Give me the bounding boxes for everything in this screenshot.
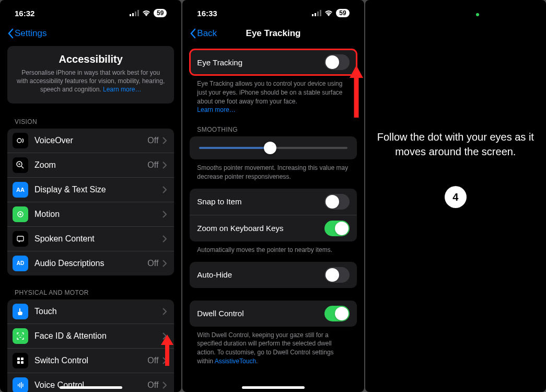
svg-point-4 xyxy=(17,139,21,143)
chevron-right-icon xyxy=(162,332,167,340)
page-title: Accessibility xyxy=(16,53,166,65)
chevron-right-icon xyxy=(162,235,167,243)
learn-more-link[interactable]: Learn more… xyxy=(197,106,235,113)
dwell-list: Dwell Control xyxy=(190,301,356,327)
status-time: 16:33 xyxy=(197,9,217,18)
chevron-right-icon xyxy=(162,357,167,364)
svg-rect-29 xyxy=(320,10,321,16)
spoken-content-icon xyxy=(13,231,28,247)
svg-rect-15 xyxy=(21,358,24,360)
chevron-right-icon xyxy=(162,260,167,267)
row-label: Audio Descriptions xyxy=(34,259,147,268)
cellular-icon xyxy=(312,10,321,16)
row-zoom-keyboard[interactable]: Zoom on Keyboard Keys xyxy=(190,215,356,241)
row-motion[interactable]: Motion xyxy=(7,202,174,226)
status-bar: 16:33 59 xyxy=(182,0,364,23)
chevron-right-icon xyxy=(162,162,167,169)
row-label: Display & Text Size xyxy=(34,185,162,194)
svg-rect-26 xyxy=(312,14,313,16)
eye-tracking-description: Eye Tracking allows you to control your … xyxy=(190,78,356,122)
phone-screenshot-3: Follow the dot with your eyes as it move… xyxy=(365,0,546,392)
row-faceid-attention[interactable]: Face ID & Attention xyxy=(7,324,174,348)
svg-rect-17 xyxy=(21,361,24,364)
row-label: Zoom xyxy=(34,160,147,170)
chevron-right-icon xyxy=(162,211,167,218)
home-indicator[interactable] xyxy=(60,386,122,389)
svg-rect-0 xyxy=(130,14,131,16)
calibration-counter: 4 xyxy=(445,186,467,208)
eye-tracking-toggle[interactable] xyxy=(324,54,350,70)
row-label: Touch xyxy=(34,307,162,316)
autohide-list: Auto-Hide xyxy=(190,262,356,288)
motion-icon xyxy=(13,206,28,222)
row-label: VoiceOver xyxy=(34,136,147,145)
svg-rect-14 xyxy=(17,358,20,360)
svg-rect-18 xyxy=(18,384,19,386)
autohide-toggle[interactable] xyxy=(324,267,350,283)
nav-title: Eye Tracking xyxy=(246,28,301,39)
row-snap-to-item[interactable]: Snap to Item xyxy=(190,189,356,215)
svg-point-12 xyxy=(19,335,20,336)
switch-control-icon xyxy=(13,353,28,368)
row-value: Off xyxy=(147,381,158,390)
cellular-icon xyxy=(130,10,139,16)
row-touch[interactable]: Touch xyxy=(7,299,174,324)
row-auto-hide[interactable]: Auto-Hide xyxy=(190,262,356,288)
chevron-right-icon xyxy=(162,382,167,389)
row-label: Switch Control xyxy=(34,356,147,365)
vision-list: VoiceOver Off Zoom Off AA Display & Text… xyxy=(7,129,174,275)
section-header-vision: VISION xyxy=(0,114,181,129)
zoom-keyboard-toggle[interactable] xyxy=(324,221,350,236)
back-button[interactable]: Settings xyxy=(7,28,47,39)
snap-list: Snap to Item Zoom on Keyboard Keys xyxy=(190,189,356,241)
dynamic-island xyxy=(432,11,479,18)
home-indicator[interactable] xyxy=(242,386,305,389)
svg-rect-28 xyxy=(317,11,319,16)
wifi-icon xyxy=(142,10,150,16)
calibration-instruction: Follow the dot with your eyes as it move… xyxy=(376,130,536,159)
snap-description: Automatically moves the pointer to nearb… xyxy=(190,245,356,262)
battery-icon: 59 xyxy=(154,9,167,17)
dwell-toggle[interactable] xyxy=(324,306,350,321)
row-voice-control[interactable]: Voice Control Off xyxy=(7,373,174,392)
row-display-text-size[interactable]: AA Display & Text Size xyxy=(7,177,174,202)
status-indicators: 59 xyxy=(130,9,167,17)
row-value: Off xyxy=(147,136,158,145)
voice-control-icon xyxy=(13,377,28,392)
svg-point-10 xyxy=(19,213,21,215)
row-audio-descriptions[interactable]: AD Audio Descriptions Off xyxy=(7,251,174,275)
section-header-smoothing: SMOOTHING xyxy=(190,122,356,136)
status-indicators: 59 xyxy=(312,9,349,17)
voiceover-icon xyxy=(13,133,28,148)
row-switch-control[interactable]: Switch Control Off xyxy=(7,348,174,373)
back-button[interactable]: Back xyxy=(190,28,217,39)
row-spoken-content[interactable]: Spoken Content xyxy=(7,226,174,251)
snap-toggle[interactable] xyxy=(324,194,350,210)
chevron-left-icon xyxy=(190,28,196,39)
svg-rect-3 xyxy=(137,10,139,16)
intro-card: Accessibility Personalise iPhone in ways… xyxy=(7,46,174,103)
wifi-icon xyxy=(324,10,333,16)
learn-more-link[interactable]: Learn more… xyxy=(103,86,141,93)
assistivetouch-link[interactable]: AssistiveTouch xyxy=(215,358,256,365)
chevron-right-icon xyxy=(162,308,167,315)
status-bar: 16:32 59 xyxy=(0,0,181,23)
dwell-description: With Dwell Control, keeping your gaze st… xyxy=(190,330,356,373)
svg-rect-2 xyxy=(135,11,136,16)
back-label: Back xyxy=(197,28,217,39)
smoothing-slider[interactable] xyxy=(199,147,347,149)
svg-rect-19 xyxy=(19,383,20,387)
chevron-right-icon xyxy=(162,186,167,193)
row-label: Motion xyxy=(34,210,162,219)
status-time: 16:32 xyxy=(15,9,34,18)
row-eye-tracking-toggle[interactable]: Eye Tracking xyxy=(190,49,356,75)
svg-line-6 xyxy=(21,166,24,168)
row-voiceover[interactable]: VoiceOver Off xyxy=(7,129,174,153)
svg-point-13 xyxy=(21,335,22,336)
row-label: Spoken Content xyxy=(34,234,162,244)
row-zoom[interactable]: Zoom Off xyxy=(7,153,174,177)
row-label: Auto-Hide xyxy=(197,270,232,279)
intro-description: Personalise iPhone in ways that work bes… xyxy=(16,68,166,94)
row-dwell-control[interactable]: Dwell Control xyxy=(190,301,356,327)
smoothing-slider-row xyxy=(190,136,356,159)
